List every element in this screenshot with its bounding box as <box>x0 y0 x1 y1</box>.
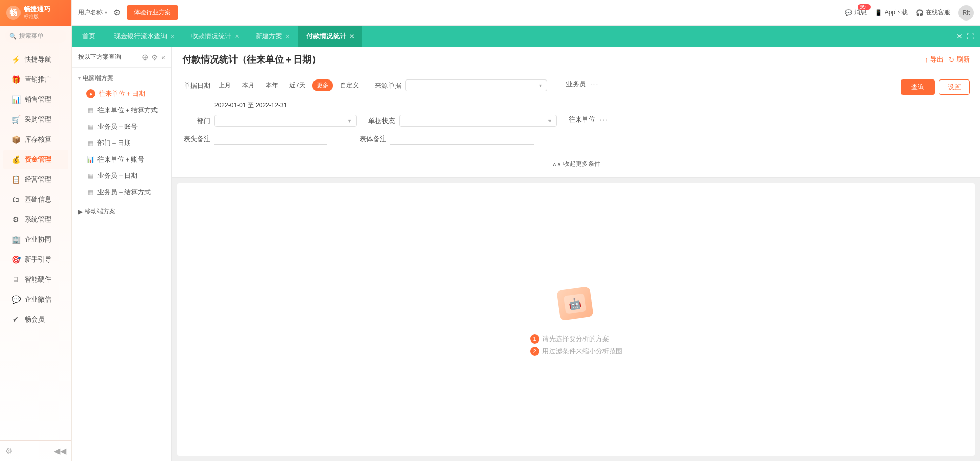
sidebar-item-quick-nav[interactable]: ⚡ 快捷导航 <box>3 50 68 69</box>
close-all-tabs-btn[interactable]: ✕ <box>956 32 963 41</box>
desktop-group-label: 电脑端方案 <box>83 74 113 83</box>
source-doc-select[interactable]: ▾ <box>405 79 547 91</box>
date-range-row: 2022-01-01 至 2022-12-31 <box>214 101 970 110</box>
scheme-item-dept-date[interactable]: ▦部门＋日期 <box>72 135 171 151</box>
left-panel: 按以下方案查询 ⊕ ⚙ « ▾ 电脑端方案 ●往来单位＋日期▦往来单位＋结算方式… <box>72 47 172 461</box>
logo-area: 畅 畅捷通巧 标准版 <box>0 0 71 26</box>
date-btn-this-month[interactable]: 本月 <box>238 79 259 91</box>
date-btn-last-7-days[interactable]: 近7天 <box>285 79 309 91</box>
source-doc-arrow-icon: ▾ <box>539 83 542 88</box>
tab-close-bank-flow[interactable]: ✕ <box>170 33 175 40</box>
content-area: 按以下方案查询 ⊕ ⚙ « ▾ 电脑端方案 ●往来单位＋日期▦往来单位＋结算方式… <box>72 47 980 461</box>
desktop-scheme-group: ▾ 电脑端方案 ●往来单位＋日期▦往来单位＋结算方式▦业务员＋账号▦部门＋日期📊… <box>72 68 171 204</box>
doc-status-group: 单据状态 ▾ <box>367 115 557 127</box>
dept-group: 部门 ▾ <box>182 115 357 127</box>
table-header-note-input[interactable] <box>214 133 327 145</box>
scheme-item-label-dept-date: 部门＋日期 <box>97 138 131 148</box>
scheme-item-icon-unit-account: 📊 <box>86 155 94 164</box>
tab-receipt-stats[interactable]: 收款情况统计✕ <box>183 26 247 47</box>
messages-btn[interactable]: 💬 消息 99+ <box>845 8 867 17</box>
sidebar-item-operation[interactable]: 📋 经营管理 <box>3 170 68 189</box>
date-btn-this-year[interactable]: 本年 <box>262 79 282 91</box>
tab-close-new-scheme[interactable]: ✕ <box>285 33 290 40</box>
scheme-item-label-unit-settlement: 往来单位＋结算方式 <box>97 106 158 115</box>
table-header-note-group: 表头备注 <box>182 133 327 145</box>
tab-label-home: 首页 <box>82 32 95 41</box>
sidebar-item-hardware[interactable]: 🖥 智能硬件 <box>3 270 68 289</box>
sidebar-item-finance[interactable]: 💰 资金管理 <box>3 150 68 169</box>
user-name: 用户名称 <box>78 8 103 17</box>
sidebar-item-guide[interactable]: 🎯 新手引导 <box>3 250 68 269</box>
scheme-settings-btn[interactable]: ⚙ <box>151 53 158 62</box>
collapse-sidebar-icon[interactable]: ◀◀ <box>54 446 66 456</box>
scheme-item-staff-date[interactable]: ▦业务员＋日期 <box>72 168 171 184</box>
dept-select[interactable]: ▾ <box>214 115 357 127</box>
tab-close-payment-stats[interactable]: ✕ <box>349 33 354 40</box>
scheme-item-unit-date[interactable]: ●往来单位＋日期 <box>72 86 171 102</box>
add-scheme-btn[interactable]: ⊕ <box>142 52 148 62</box>
filter-settings-btn[interactable]: 设置 <box>939 79 970 95</box>
sidebar-item-member[interactable]: ✔ 畅会员 <box>3 310 68 329</box>
online-service-btn[interactable]: 🎧 在线客服 <box>916 8 950 17</box>
date-options: 上月本月本年近7天更多自定义 <box>214 79 363 91</box>
sidebar-item-icon-hardware: 🖥 <box>11 275 21 284</box>
sidebar-item-marketing[interactable]: 🎁 营销推广 <box>3 70 68 89</box>
date-btn-custom[interactable]: 自定义 <box>336 79 363 91</box>
settings-icon[interactable]: ⚙ <box>5 446 12 456</box>
filter-actions: 查询 设置 <box>901 79 970 95</box>
date-label: 单据日期 <box>182 81 210 90</box>
tab-label-bank-flow: 现金银行流水查询 <box>114 32 167 41</box>
filter-row-1: 单据日期 上月本月本年近7天更多自定义 来源单据 ▾ <box>182 79 970 95</box>
header-settings-icon[interactable]: ⚙ <box>113 8 121 17</box>
collapse-panel-btn[interactable]: « <box>161 53 165 62</box>
date-btn-more[interactable]: 更多 <box>312 79 333 91</box>
tab-home[interactable]: 首页 <box>72 26 106 47</box>
sidebar-item-purchase[interactable]: 🛒 采购管理 <box>3 110 68 129</box>
export-btn[interactable]: ↑ 导出 <box>925 55 944 64</box>
tab-bar: 首页现金银行流水查询✕收款情况统计✕新建方案✕付款情况统计✕ ✕ ⛶ <box>72 26 980 47</box>
trial-btn[interactable]: 体验行业方案 <box>127 5 178 20</box>
unit-select-btn[interactable]: ··· <box>599 115 609 124</box>
sidebar-item-wechat[interactable]: 💬 企业微信 <box>3 290 68 309</box>
refresh-btn[interactable]: ↻ 刷新 <box>949 55 970 64</box>
sidebar-item-label-finance: 资金管理 <box>25 155 51 164</box>
sidebar-item-icon-sales: 📊 <box>11 95 21 104</box>
scheme-item-staff-settlement[interactable]: ▦业务员＋结算方式 <box>72 184 171 201</box>
tab-new-scheme[interactable]: 新建方案✕ <box>247 26 298 47</box>
scheme-item-label-staff-account: 业务员＋账号 <box>97 122 138 131</box>
date-btn-last-month[interactable]: 上月 <box>214 79 235 91</box>
maximize-btn[interactable]: ⛶ <box>967 32 974 41</box>
query-btn[interactable]: 查询 <box>901 79 935 95</box>
avatar[interactable]: Rit <box>958 5 974 21</box>
app-download-btn[interactable]: 📱 App下载 <box>875 8 908 17</box>
sidebar-item-sales[interactable]: 📊 销售管理 <box>3 90 68 109</box>
sidebar-item-label-wechat: 企业微信 <box>25 295 51 304</box>
main-content: 用户名称 ▾ ⚙ 体验行业方案 💬 消息 99+ 📱 App下载 🎧 在线客服 … <box>72 0 980 461</box>
doc-status-arrow-icon: ▾ <box>548 118 551 124</box>
table-body-note-label: 表体备注 <box>358 134 386 144</box>
sidebar-item-enterprise[interactable]: 🏢 企业协同 <box>3 230 68 249</box>
sidebar-item-inventory[interactable]: 📦 库存核算 <box>3 130 68 149</box>
tab-close-receipt-stats[interactable]: ✕ <box>234 33 239 40</box>
tab-bank-flow[interactable]: 现金银行流水查询✕ <box>106 26 183 47</box>
search-input[interactable]: 🔍 搜索菜单 <box>5 30 66 43</box>
doc-status-label: 单据状态 <box>367 116 395 126</box>
scheme-item-unit-account[interactable]: 📊往来单位＋账号 <box>72 151 171 168</box>
tab-payment-stats[interactable]: 付款情况统计✕ <box>298 26 362 47</box>
sidebar-item-label-marketing: 营销推广 <box>25 75 51 84</box>
scheme-item-unit-settlement[interactable]: ▦往来单位＋结算方式 <box>72 102 171 118</box>
logo-icon: 畅 <box>6 6 21 20</box>
scheme-item-icon-unit-date: ● <box>86 89 95 98</box>
desktop-group-header[interactable]: ▾ 电脑端方案 <box>72 71 171 86</box>
scheme-item-staff-account[interactable]: ▦业务员＋账号 <box>72 118 171 135</box>
collapse-filter-btn[interactable]: ∧∧ 收起更多条件 <box>542 155 611 172</box>
sidebar-item-label-system: 系统管理 <box>25 215 51 224</box>
mobile-scheme-group[interactable]: ▶ 移动端方案 <box>72 204 171 219</box>
table-body-note-input[interactable] <box>390 133 534 145</box>
sidebar-item-label-enterprise: 企业协同 <box>25 235 51 244</box>
doc-status-select[interactable]: ▾ <box>399 115 557 127</box>
sidebar-item-system[interactable]: ⚙ 系统管理 <box>3 210 68 229</box>
service-icon: 🎧 <box>916 9 924 16</box>
sidebar-item-basic[interactable]: 🗂 基础信息 <box>3 190 68 209</box>
staff-select-btn[interactable]: ··· <box>590 80 599 88</box>
